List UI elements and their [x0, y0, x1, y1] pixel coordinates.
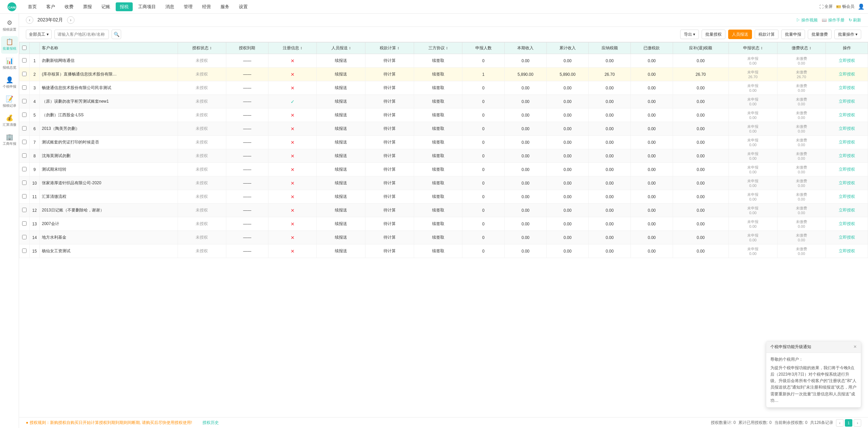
- auth-action-btn[interactable]: 立即授权: [839, 72, 855, 76]
- auth-action-btn[interactable]: 立即授权: [839, 85, 855, 90]
- page-next-btn[interactable]: ›: [854, 419, 861, 427]
- nav-settings[interactable]: 设置: [235, 2, 252, 11]
- staff-report-link[interactable]: 续报送: [335, 221, 347, 226]
- user-avatar[interactable]: 👤: [858, 3, 865, 10]
- triparty-link[interactable]: 续签取: [432, 221, 444, 226]
- staff-report-link[interactable]: 续报送: [335, 72, 347, 76]
- tax-calc-link[interactable]: 待计算: [383, 181, 396, 185]
- auth-action-btn[interactable]: 立即授权: [839, 113, 855, 117]
- staff-report-link[interactable]: 续报送: [335, 140, 347, 144]
- staff-report-link[interactable]: 续报送: [335, 99, 347, 104]
- search-button[interactable]: 🔍: [112, 30, 121, 39]
- triparty-link[interactable]: 续签取: [432, 85, 444, 90]
- triparty-link[interactable]: 续签取: [432, 72, 444, 76]
- triparty-link[interactable]: 续签取: [432, 99, 444, 104]
- row-checkbox[interactable]: [22, 58, 27, 63]
- header-auth-status[interactable]: 授权状态 ↕: [178, 42, 226, 54]
- period-next-btn[interactable]: ›: [67, 16, 75, 24]
- row-checkbox[interactable]: [22, 167, 27, 171]
- sidebar-item-annual-report[interactable]: 🏢 工商年报: [1, 131, 18, 149]
- triparty-link[interactable]: 续签取: [432, 235, 444, 240]
- auth-action-btn[interactable]: 立即授权: [839, 221, 855, 226]
- staff-report-link[interactable]: 续报送: [335, 167, 347, 172]
- manual-link[interactable]: 📖 操作手册: [822, 17, 844, 23]
- header-pay-status[interactable]: 缴费状态 ↕: [777, 42, 826, 54]
- staff-report-link[interactable]: 续报送: [335, 249, 347, 253]
- staff-report-link[interactable]: 续报送: [335, 181, 347, 185]
- row-checkbox[interactable]: [22, 72, 27, 76]
- auth-action-btn[interactable]: 立即授权: [839, 249, 855, 253]
- staff-report-link[interactable]: 续报送: [335, 126, 347, 131]
- row-checkbox[interactable]: [22, 208, 27, 212]
- header-staff-report[interactable]: 人员报送 ↕: [317, 42, 365, 54]
- nav-ticket[interactable]: 票报: [79, 2, 96, 11]
- nav-fee[interactable]: 收费: [61, 2, 78, 11]
- batch-auth-button[interactable]: 批量授权: [702, 30, 725, 39]
- batch-pay-button[interactable]: 批量缴费: [808, 30, 832, 39]
- header-tax-calc[interactable]: 税款计算 ↕: [365, 42, 414, 54]
- tax-calc-link[interactable]: 待计算: [383, 140, 396, 144]
- auth-history-link[interactable]: 授权历史: [202, 420, 219, 426]
- page-prev-btn[interactable]: ‹: [836, 419, 844, 427]
- triparty-link[interactable]: 续签取: [432, 113, 444, 117]
- row-checkbox[interactable]: [22, 249, 27, 253]
- row-checkbox[interactable]: [22, 181, 27, 185]
- header-auth-expiry[interactable]: 授权到期: [226, 42, 268, 54]
- staff-report-link[interactable]: 续报送: [335, 113, 347, 117]
- staff-report-link[interactable]: 续报送: [335, 235, 347, 240]
- auth-action-btn[interactable]: 立即授权: [839, 58, 855, 63]
- row-checkbox[interactable]: [22, 235, 27, 239]
- row-checkbox[interactable]: [22, 194, 27, 199]
- tax-calc-link[interactable]: 待计算: [383, 58, 396, 63]
- tax-calc-link[interactable]: 待计算: [383, 249, 396, 253]
- auth-action-btn[interactable]: 立即授权: [839, 140, 855, 144]
- tax-calc-link[interactable]: 待计算: [383, 99, 396, 104]
- row-checkbox[interactable]: [22, 221, 27, 226]
- staff-report-button[interactable]: 人员报送: [728, 30, 752, 39]
- video-tutorial-link[interactable]: ▷ 操作视频: [796, 17, 818, 23]
- tax-calc-link[interactable]: 待计算: [383, 113, 396, 117]
- refresh-link[interactable]: ↻ 刷新: [849, 17, 861, 23]
- sidebar-item-tax-records[interactable]: 📝 报税记录: [1, 93, 18, 111]
- header-reg-info[interactable]: 注册信息 ↕: [268, 42, 317, 54]
- tax-calc-link[interactable]: 待计算: [383, 153, 396, 158]
- tax-calc-link[interactable]: 待计算: [383, 208, 396, 212]
- triparty-link[interactable]: 续签取: [432, 208, 444, 212]
- batch-action-button[interactable]: 批量操作 ▾: [834, 30, 861, 39]
- tax-calc-link[interactable]: 待计算: [383, 194, 396, 199]
- nav-client[interactable]: 客户: [42, 2, 59, 11]
- page-1-btn[interactable]: 1: [845, 419, 852, 427]
- member-btn[interactable]: 🎫 畅会员: [836, 4, 854, 10]
- auth-action-btn[interactable]: 立即授权: [839, 99, 855, 104]
- header-triparty[interactable]: 三方协议 ↕: [414, 42, 462, 54]
- triparty-link[interactable]: 续签取: [432, 181, 444, 185]
- header-declare-status[interactable]: 申报状态 ↕: [728, 42, 777, 54]
- sidebar-item-tax-overview[interactable]: 📊 报税总览: [1, 55, 18, 73]
- triparty-link[interactable]: 续签取: [432, 140, 444, 144]
- auth-action-btn[interactable]: 立即授权: [839, 153, 855, 158]
- sidebar-item-personal-tax[interactable]: 👤 个税申报: [1, 74, 18, 92]
- triparty-link[interactable]: 续签取: [432, 249, 444, 253]
- tax-calc-link[interactable]: 待计算: [383, 72, 396, 76]
- select-all-checkbox[interactable]: [22, 46, 27, 50]
- row-checkbox[interactable]: [22, 126, 27, 131]
- tax-calc-link[interactable]: 待计算: [383, 85, 396, 90]
- triparty-link[interactable]: 续签取: [432, 58, 444, 63]
- staff-filter-select[interactable]: 全部员工 ▾: [26, 30, 52, 39]
- tax-calc-link[interactable]: 待计算: [383, 126, 396, 131]
- nav-home[interactable]: 首页: [24, 2, 41, 11]
- auth-action-btn[interactable]: 立即授权: [839, 208, 855, 212]
- nav-manage[interactable]: 管理: [180, 2, 197, 11]
- fullscreen-btn[interactable]: ⛶ 全屏: [819, 4, 833, 10]
- nav-business[interactable]: 工商项目: [134, 2, 160, 11]
- staff-report-link[interactable]: 续报送: [335, 208, 347, 212]
- nav-service[interactable]: 服务: [216, 2, 233, 11]
- sidebar-item-batch-tax[interactable]: 📋 批量报税: [1, 36, 18, 54]
- triparty-link[interactable]: 续签取: [432, 167, 444, 172]
- tax-calc-link[interactable]: 待计算: [383, 167, 396, 172]
- staff-report-link[interactable]: 续报送: [335, 153, 347, 158]
- sidebar-item-annual-settlement[interactable]: 💰 汇算清缴: [1, 112, 18, 130]
- nav-message[interactable]: 消息: [161, 2, 178, 11]
- tax-calc-link[interactable]: 待计算: [383, 221, 396, 226]
- auth-action-btn[interactable]: 立即授权: [839, 167, 855, 172]
